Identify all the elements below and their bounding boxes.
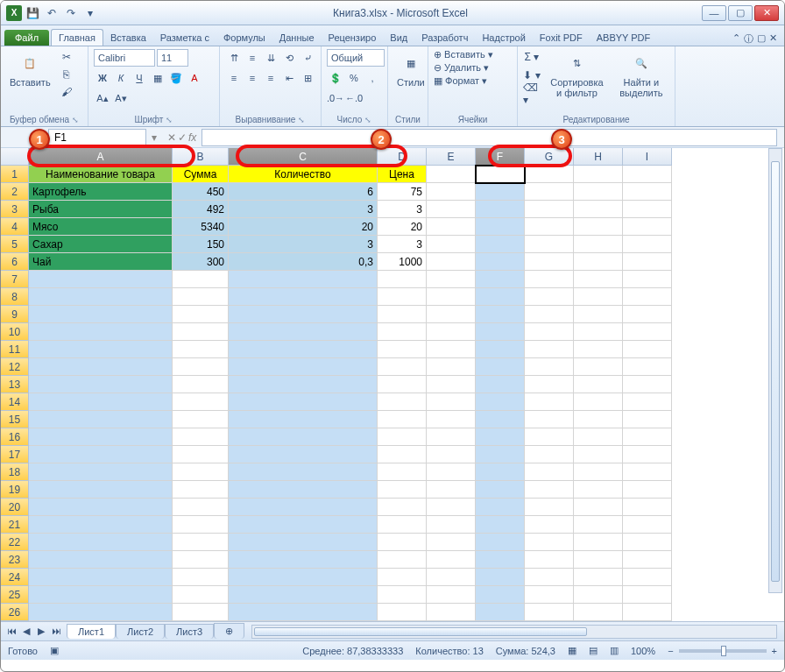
cell[interactable]: [378, 393, 427, 411]
cell[interactable]: [623, 499, 672, 516]
cell[interactable]: [476, 218, 525, 236]
cell[interactable]: [476, 604, 525, 621]
tab-home[interactable]: Главная: [51, 29, 103, 46]
cell[interactable]: [623, 306, 672, 323]
cell[interactable]: [574, 253, 623, 271]
zoom-in-button[interactable]: +: [772, 646, 777, 656]
cell[interactable]: [525, 463, 574, 481]
cell[interactable]: [229, 604, 378, 621]
cell[interactable]: [623, 358, 672, 376]
cell[interactable]: [476, 376, 525, 393]
percent-icon[interactable]: %: [345, 69, 363, 87]
namebox-dropdown-icon[interactable]: ▾: [152, 131, 157, 144]
accept-formula-icon[interactable]: ✓: [178, 131, 187, 144]
row-header[interactable]: 7: [1, 271, 29, 288]
cell[interactable]: [173, 534, 229, 551]
cell[interactable]: [229, 306, 378, 323]
row-header[interactable]: 12: [1, 358, 29, 376]
cell-data[interactable]: 6: [229, 183, 378, 201]
cell[interactable]: [623, 218, 672, 236]
cell[interactable]: [476, 341, 525, 358]
prev-sheet-icon[interactable]: ◀: [19, 626, 33, 637]
cell[interactable]: [525, 358, 574, 376]
cell[interactable]: [378, 271, 427, 288]
cell[interactable]: [623, 253, 672, 271]
cell[interactable]: [427, 253, 476, 271]
sort-filter-button[interactable]: ⇅ Сортировка и фильтр: [544, 49, 610, 100]
undo-icon[interactable]: ↶: [43, 4, 60, 22]
cell[interactable]: [229, 534, 378, 551]
scroll-thumb[interactable]: [771, 161, 780, 582]
cell-header[interactable]: Цена: [378, 166, 427, 183]
cell[interactable]: [525, 499, 574, 516]
cell[interactable]: [574, 428, 623, 446]
cell-data[interactable]: Сахар: [29, 236, 173, 253]
row-header[interactable]: 2: [1, 183, 29, 201]
cell[interactable]: [574, 393, 623, 411]
cell[interactable]: [378, 499, 427, 516]
cell[interactable]: [29, 411, 173, 428]
row-header[interactable]: 26: [1, 604, 29, 621]
cell-data[interactable]: 450: [173, 183, 229, 201]
save-icon[interactable]: 💾: [24, 4, 41, 22]
tab-foxit[interactable]: Foxit PDF: [533, 30, 590, 46]
cell[interactable]: [229, 393, 378, 411]
comma-icon[interactable]: ,: [364, 69, 381, 87]
tab-formulas[interactable]: Формулы: [216, 30, 272, 46]
cell-data[interactable]: 0,3: [229, 253, 378, 271]
row-header[interactable]: 22: [1, 534, 29, 551]
cell[interactable]: [29, 288, 173, 306]
cell[interactable]: [29, 499, 173, 516]
cell[interactable]: [476, 323, 525, 341]
cell[interactable]: [574, 463, 623, 481]
find-select-button[interactable]: 🔍 Найти и выделить: [613, 49, 669, 100]
zoom-level[interactable]: 100%: [631, 646, 655, 656]
cell[interactable]: [173, 586, 229, 604]
cell[interactable]: [229, 499, 378, 516]
cell[interactable]: [525, 411, 574, 428]
cell[interactable]: [623, 166, 672, 183]
cell[interactable]: [427, 551, 476, 569]
qat-more-icon[interactable]: ▾: [81, 4, 99, 22]
cell[interactable]: [229, 288, 378, 306]
cell[interactable]: [427, 166, 476, 183]
cell[interactable]: [427, 393, 476, 411]
cell[interactable]: [229, 569, 378, 586]
row-header[interactable]: 17: [1, 446, 29, 463]
tab-view[interactable]: Вид: [383, 30, 414, 46]
cell-data[interactable]: 300: [173, 253, 229, 271]
row-header[interactable]: 14: [1, 393, 29, 411]
col-header-e[interactable]: E: [427, 148, 476, 166]
cell[interactable]: [378, 534, 427, 551]
cell[interactable]: [574, 218, 623, 236]
cell[interactable]: [623, 411, 672, 428]
minimize-ribbon-icon[interactable]: ⌃: [732, 32, 740, 46]
cell[interactable]: [574, 306, 623, 323]
cell[interactable]: [574, 358, 623, 376]
cell[interactable]: [574, 446, 623, 463]
cell[interactable]: [476, 534, 525, 551]
col-header-c[interactable]: C: [229, 148, 378, 166]
col-header-a[interactable]: A: [29, 148, 173, 166]
cell[interactable]: [427, 411, 476, 428]
cell[interactable]: [173, 604, 229, 621]
row-header[interactable]: 16: [1, 428, 29, 446]
cell[interactable]: [574, 271, 623, 288]
cell[interactable]: [574, 569, 623, 586]
insert-cells-button[interactable]: ⊕ Вставить ▾: [434, 49, 493, 60]
row-header[interactable]: 25: [1, 586, 29, 604]
dialog-expand-icon[interactable]: ⤡: [72, 116, 79, 124]
cell[interactable]: [427, 358, 476, 376]
cell[interactable]: [173, 481, 229, 499]
col-header-f[interactable]: F: [476, 148, 525, 166]
font-size-combo[interactable]: 11: [157, 49, 188, 67]
cell[interactable]: [476, 428, 525, 446]
view-normal-icon[interactable]: ▦: [568, 645, 576, 656]
cell[interactable]: [229, 516, 378, 534]
cell[interactable]: [378, 323, 427, 341]
cell[interactable]: [173, 376, 229, 393]
clear-icon[interactable]: ⌫ ▾: [523, 86, 541, 102]
align-bottom-icon[interactable]: ⇊: [262, 49, 279, 67]
cell[interactable]: [173, 271, 229, 288]
cell[interactable]: [623, 428, 672, 446]
